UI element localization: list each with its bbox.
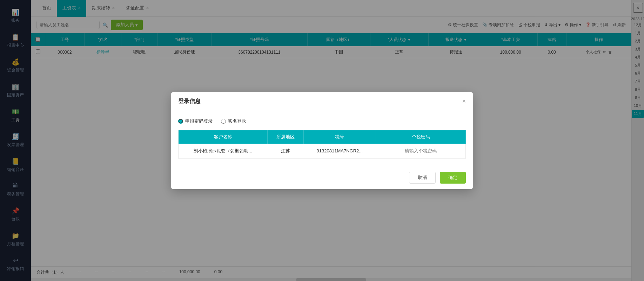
inner-table: 客户名称 所属地区 税号 个税密码 刘小艳演示账套（勿删勿动... 江苏 913…: [178, 130, 466, 159]
confirm-button[interactable]: 确定: [440, 172, 466, 184]
inner-table-row: 刘小艳演示账套（勿删勿动... 江苏 91320811MA7NGR2...: [179, 144, 466, 159]
dialog-close-button[interactable]: ×: [462, 98, 466, 105]
dialog-header: 登录信息 ×: [171, 92, 473, 111]
dialog-overlay[interactable]: 登录信息 × 申报密码登录 实名登录 客户名称 所属地区: [0, 0, 644, 281]
inner-header-taxno: 税号: [303, 130, 376, 144]
inner-cell-password[interactable]: [376, 144, 466, 159]
dialog-body: 申报密码登录 实名登录 客户名称 所属地区 税号 个税密码: [171, 111, 473, 166]
dialog-footer: 取消 确定: [171, 166, 473, 189]
inner-header-region: 所属地区: [268, 130, 303, 144]
inner-cell-region: 江苏: [268, 144, 303, 159]
login-dialog: 登录信息 × 申报密码登录 实名登录 客户名称 所属地区: [171, 92, 473, 189]
radio-realname-label: 实名登录: [228, 118, 246, 124]
radio-password-label: 申报密码登录: [185, 118, 213, 124]
tax-password-input[interactable]: [380, 148, 461, 153]
login-type-radio-group: 申报密码登录 实名登录: [178, 118, 466, 124]
radio-password-login[interactable]: 申报密码登录: [178, 118, 213, 124]
inner-header-password: 个税密码: [376, 130, 466, 144]
inner-cell-taxno: 91320811MA7NGR2...: [303, 144, 376, 159]
inner-header-name: 客户名称: [179, 130, 268, 144]
radio-realname-login[interactable]: 实名登录: [221, 118, 246, 124]
radio-password-input[interactable]: [178, 119, 183, 124]
cancel-button[interactable]: 取消: [409, 172, 436, 184]
inner-cell-name: 刘小艳演示账套（勿删勿动...: [179, 144, 268, 159]
radio-realname-input[interactable]: [221, 119, 226, 124]
dialog-title: 登录信息: [178, 98, 201, 105]
